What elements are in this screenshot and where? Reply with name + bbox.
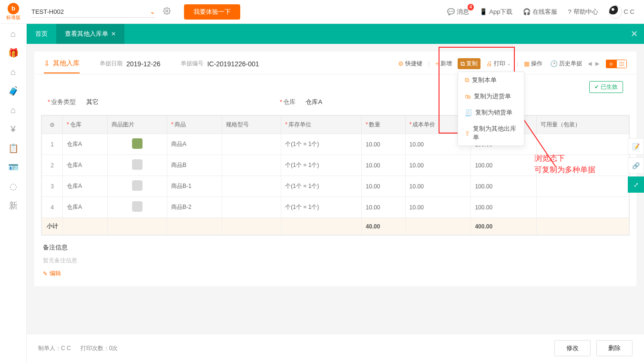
cell-warehouse: 仓库A (63, 197, 108, 218)
sidebar-home-icon[interactable]: ⌂ (8, 29, 19, 39)
copy-this-label: 复制本单 (472, 76, 497, 84)
chevron-down-icon: ⌄ (150, 8, 155, 15)
sidebar-bag-icon[interactable]: 🧳 (8, 86, 19, 96)
support-link[interactable]: 🎧 在线客服 (523, 8, 557, 16)
biz-type-label: 业务类型 (51, 98, 76, 105)
row-index: 3 (42, 176, 63, 197)
plus-icon: + (435, 60, 439, 67)
copy-button[interactable]: ⧉复制 ⧉复制本单 🛍复制为进货单 🧾复制为销货单 ⇧复制为其他出库单 (458, 58, 480, 69)
cart-icon: 🧾 (465, 109, 472, 116)
cell-qty: 10.00 (362, 197, 406, 218)
cell-unit: 个(1个 = 1个) (281, 134, 362, 155)
copy-this-item[interactable]: ⧉复制本单 (458, 72, 524, 88)
cell-qty: 10.00 (362, 176, 406, 197)
view-list[interactable]: ≡ (606, 60, 616, 68)
gear-icon: ⚙ (398, 60, 404, 67)
date-value: 2019-12-26 (126, 60, 161, 68)
cell-qty: 10.00 (362, 134, 406, 155)
copy-other-out-label: 复制为其他出库单 (473, 124, 517, 142)
creator-value: C C (61, 345, 71, 352)
sidebar-clipboard-icon[interactable]: 📋 (8, 143, 19, 154)
cell-image (108, 134, 167, 155)
download-link[interactable]: 📱 App下载 (480, 8, 512, 16)
sidebar: ⌂ 🎁 ⌂ 🧳 ⌂ ¥ 📋 🪪 ◌ 新 (0, 24, 27, 362)
view-card[interactable]: ◫ (616, 60, 627, 68)
product-image-icon (132, 138, 143, 149)
remark-title: 备注信息 (43, 243, 628, 252)
tab-current[interactable]: 查看其他入库单 ✕ (56, 24, 124, 44)
cell-price: 10.00 (405, 176, 471, 197)
print-button[interactable]: 🖨打印⌄ (484, 58, 513, 69)
messages-label: 消息 (457, 8, 469, 16)
sidebar-id-icon[interactable]: 🪪 (8, 162, 19, 173)
org-selector[interactable]: TEST-H002 ⌄ (31, 6, 155, 18)
table-row[interactable]: 4仓库A商品B-2个(1个 = 1个)10.0010.00100.00 (42, 197, 629, 218)
sidebar-loading-icon[interactable]: ◌ (8, 181, 19, 192)
cell-unit: 个(1个 = 1个) (281, 197, 362, 218)
history-button[interactable]: 🕑历史单据 (548, 58, 584, 69)
cell-spec (222, 134, 281, 155)
ops-button[interactable]: ▦操作 (522, 58, 544, 69)
col-spec: 规格型号 (222, 116, 281, 134)
sidebar-gift-icon[interactable]: 🎁 (8, 48, 19, 58)
sidebar-new-icon[interactable]: 新 (8, 200, 19, 211)
sidebar-money-icon[interactable]: ¥ (8, 124, 19, 134)
messages-link[interactable]: 💬 消息 4 (447, 8, 469, 16)
print-count-value: 0次 (109, 344, 118, 352)
new-button[interactable]: +新增 (433, 58, 454, 69)
cell-price: 10.00 (405, 197, 471, 218)
tab-home[interactable]: 首页 (27, 24, 56, 44)
row-index: 2 (42, 155, 63, 176)
copy-purchase-item[interactable]: 🛍复制为进货单 (458, 88, 524, 104)
close-all-tabs[interactable]: ✕ (624, 24, 644, 44)
subtotal-amount: 400.00 (471, 218, 537, 235)
try-button[interactable]: 我要体验一下 (184, 4, 240, 20)
copy-label: 复制 (466, 60, 478, 68)
shortcut-button[interactable]: ⚙快捷键 (396, 58, 424, 69)
svg-point-0 (166, 10, 168, 12)
row-index: 1 (42, 134, 63, 155)
delete-button[interactable]: 删除 (596, 340, 633, 356)
settings-icon[interactable] (163, 7, 171, 16)
no-label: 单据编号 (181, 60, 204, 68)
close-tab-icon[interactable]: ✕ (111, 31, 116, 37)
modify-button[interactable]: 修改 (554, 340, 591, 356)
doc-number: 单据编号 IC-20191226-001 (181, 60, 259, 68)
edit-remark-button[interactable]: ✎编辑 (43, 269, 628, 278)
message-badge: 4 (468, 4, 474, 10)
status-text: 已生效 (601, 83, 618, 91)
rail-note-icon[interactable]: 📝 (628, 138, 644, 155)
sidebar-warehouse-icon[interactable]: ⌂ (8, 105, 19, 115)
prev-icon[interactable]: ◀ (588, 61, 592, 67)
next-icon[interactable]: ▶ (595, 61, 599, 67)
edition-label: 标准版 (6, 14, 20, 21)
biz-type-field: *业务类型 其它 (48, 98, 99, 106)
col-gear[interactable]: ⚙ (42, 116, 63, 134)
card-title: 其他入库 (53, 59, 80, 68)
help-label: 帮助中心 (573, 8, 598, 16)
cell-avail (537, 197, 629, 218)
print-icon: 🖨 (486, 60, 492, 67)
cell-amount: 100.00 (471, 176, 537, 197)
cell-unit: 个(1个 = 1个) (281, 176, 362, 197)
cell-price: 10.00 (405, 155, 471, 176)
cell-product: 商品A (167, 134, 222, 155)
col-unit: *库存单位 (281, 116, 362, 134)
copy-other-out-item[interactable]: ⇧复制为其他出库单 (458, 121, 524, 145)
cell-image (108, 176, 167, 197)
product-image-icon (132, 201, 143, 212)
col-img: 商品图片 (108, 116, 167, 134)
rail-expand-icon[interactable]: ⤢ (628, 176, 644, 193)
user-menu[interactable]: C C (609, 5, 634, 19)
table-row[interactable]: 3仓库A商品B-1个(1个 = 1个)10.0010.00100.00 (42, 176, 629, 197)
copy-sales-item[interactable]: 🧾复制为销货单 (458, 104, 524, 121)
help-link[interactable]: ? 帮助中心 (568, 8, 598, 16)
subtotal-label: 小计 (42, 218, 63, 235)
rail-link-icon[interactable]: 🔗 (628, 157, 644, 174)
cell-product: 商品B (167, 155, 222, 176)
support-label: 在线客服 (532, 8, 557, 16)
col-qty: *数量 (362, 116, 406, 134)
sidebar-house-icon[interactable]: ⌂ (8, 67, 19, 77)
topbar: b 标准版 TEST-H002 ⌄ 我要体验一下 💬 消息 4 📱 App下载 … (0, 0, 644, 24)
print-label: 打印 (494, 60, 505, 68)
